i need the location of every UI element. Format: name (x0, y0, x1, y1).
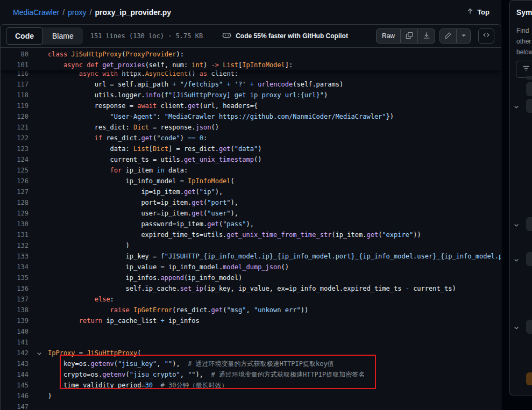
gutter (29, 391, 48, 401)
line-number[interactable]: 136 (1, 283, 29, 294)
line-number[interactable]: 142 (1, 348, 29, 358)
copy-button[interactable] (401, 28, 418, 44)
symbol-item[interactable] (526, 99, 532, 113)
line-number[interactable]: 120 (1, 111, 29, 122)
code-line-121: 121 res_dict: Dict = response.json() (1, 122, 501, 133)
code-line-123: 123 data: List[Dict] = res_dict.get("dat… (1, 143, 501, 154)
line-number[interactable]: 133 (1, 251, 29, 262)
back-to-top-button[interactable]: Top (462, 5, 494, 19)
line-number[interactable]: 132 (1, 240, 29, 251)
chevron-down-icon[interactable] (513, 103, 520, 112)
breadcrumb-folder-link[interactable]: proxy (68, 8, 86, 17)
line-number[interactable]: 121 (1, 122, 29, 133)
gutter (29, 315, 48, 326)
line-number[interactable]: 124 (1, 154, 29, 165)
tab-blame[interactable]: Blame (43, 27, 83, 45)
chevron-down-icon[interactable] (513, 256, 520, 265)
chevron-down-icon[interactable] (513, 323, 520, 333)
line-number[interactable]: 138 (1, 305, 29, 315)
line-number[interactable]: 101 (1, 60, 29, 70)
gutter (29, 133, 48, 143)
code-line-134: 134 ip_value = ip_info_model.model_dump_… (1, 262, 501, 272)
line-number[interactable]: 128 (1, 197, 29, 208)
line-number[interactable]: 127 (1, 186, 29, 197)
line-number[interactable]: 130 (1, 219, 29, 229)
gutter (29, 369, 48, 380)
raw-button[interactable]: Raw (376, 28, 401, 44)
line-number[interactable]: 117 (1, 79, 29, 90)
chevron-down-icon[interactable] (513, 221, 520, 231)
code-text: res_dict: Dict = response.json() (48, 122, 219, 133)
caret-down-icon (461, 32, 466, 40)
code-line-137: 137 else: (1, 294, 501, 305)
line-number[interactable]: 122 (1, 133, 29, 143)
edit-button-group (439, 28, 471, 44)
symbol-item[interactable] (526, 252, 532, 266)
code-line-131: 131 expired_time_ts=utils.get_unix_time_… (1, 229, 501, 240)
line-number[interactable]: 135 (1, 272, 29, 283)
symbol-item[interactable] (526, 217, 532, 231)
code-line-144: 144 crypto=os.getenv("jisu_crypto", ""),… (1, 369, 501, 380)
download-button[interactable] (418, 28, 435, 44)
gutter (29, 219, 48, 229)
edit-button[interactable] (439, 28, 457, 44)
gutter (29, 240, 48, 251)
line-number[interactable]: 144 (1, 369, 29, 380)
code-line-119: 119 response = await client.get(url, hea… (1, 100, 501, 111)
code-text: ip_infos.append(ip_info_model) (48, 272, 242, 283)
line-number[interactable]: 139 (1, 315, 29, 326)
line-number[interactable]: 125 (1, 165, 29, 176)
code-line-124: 124 current_ts = utils.get_unix_timestam… (1, 154, 501, 165)
code-line-128: 128 port=ip_item.get("port"), (1, 197, 501, 208)
line-number[interactable]: 145 (1, 380, 29, 391)
main-content-column: MediaCrawler / proxy / proxy_ip_provider… (0, 0, 501, 410)
symbol-item[interactable] (526, 76, 532, 80)
code-line-122: 122 if res_dict.get("code") == 0: (1, 133, 501, 143)
code-line-118: 118 utils.logger.info(f"[JiSuHttpProxy] … (1, 90, 501, 100)
code-line-126: 126 ip_info_model = IpInfoModel( (1, 176, 501, 186)
line-number[interactable]: 129 (1, 208, 29, 219)
code-text: current_ts = utils.get_unix_timestamp() (48, 154, 261, 165)
line-number[interactable]: 118 (1, 90, 29, 100)
code-line-145: 145 time_validity_period=30 # 30分钟（最长时效） (1, 380, 501, 391)
line-number[interactable]: 123 (1, 143, 29, 154)
symbol-item[interactable] (526, 320, 532, 334)
gutter (29, 305, 48, 315)
collapse-chevron-icon[interactable] (29, 348, 48, 358)
arrow-up-icon (466, 8, 474, 17)
line-number[interactable]: 80 (1, 49, 29, 60)
code-text: return ip_cache_list + ip_infos (48, 315, 200, 326)
tab-code[interactable]: Code (6, 27, 43, 45)
code-text: "User-Agent": "MediaCrawler https://gith… (48, 111, 394, 122)
gutter (29, 197, 48, 208)
line-number[interactable]: 146 (1, 391, 29, 401)
gutter (29, 60, 48, 70)
gutter (29, 251, 48, 262)
symbol-item-active[interactable] (526, 372, 532, 385)
sticky-scope-lines: 80class JiSuHttpProxy(ProxyProvider):101… (1, 48, 501, 70)
line-number[interactable]: 143 (1, 358, 29, 369)
line-number[interactable]: 137 (1, 294, 29, 305)
gutter (29, 143, 48, 154)
breadcrumb-repo-link[interactable]: MediaCrawler (13, 8, 59, 17)
line-number[interactable]: 126 (1, 176, 29, 186)
line-number[interactable]: 131 (1, 229, 29, 240)
line-number[interactable]: 140 (1, 326, 29, 337)
line-number[interactable]: 119 (1, 100, 29, 111)
line-number[interactable]: 134 (1, 262, 29, 272)
copilot-banner[interactable]: Code 55% faster with GitHub Copilot (222, 31, 348, 41)
code-text: url = self.api_path + "/fetchips" + '?' … (48, 79, 343, 90)
code-line-140: 140 (1, 326, 501, 337)
symbols-toggle-button[interactable] (478, 28, 494, 44)
line-number[interactable]: 147 (1, 401, 29, 410)
symbol-item[interactable] (526, 82, 532, 96)
line-number[interactable]: 141 (1, 337, 29, 348)
code-lines: 116 async with httpx.AsyncClient() as cl… (1, 48, 501, 410)
gutter (29, 208, 48, 219)
edit-dropdown-button[interactable] (457, 28, 471, 44)
code-text: ip=ip_item.get("ip"), (48, 186, 223, 197)
gutter (29, 176, 48, 186)
copy-icon (406, 32, 413, 41)
code-line-117: 117 url = self.api_path + "/fetchips" + … (1, 79, 501, 90)
code-text: response = await client.get(url, headers… (48, 100, 258, 111)
